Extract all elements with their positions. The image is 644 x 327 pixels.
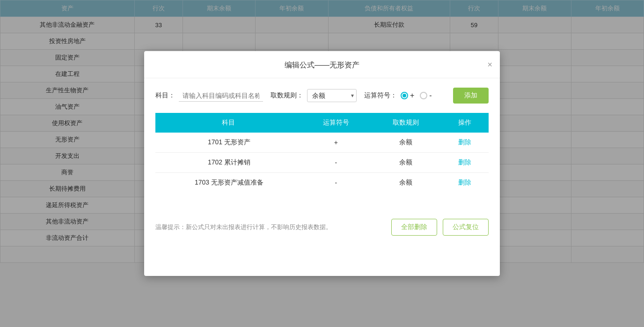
footer-actions: 全部删除 公式复位 <box>391 219 489 236</box>
cell-operator: + <box>301 133 371 153</box>
cell-action: 删除 <box>441 173 489 193</box>
cell-subject: 1703 无形资产减值准备 <box>155 173 301 193</box>
footer-tip: 温馨提示：新公式只对未出报表进行计算，不影响历史报表数据。 <box>155 223 332 231</box>
radio-plus-circle <box>401 92 408 99</box>
cell-rule: 余额 <box>371 133 441 153</box>
radio-minus-label: - <box>429 91 432 100</box>
modal-close-button[interactable]: × <box>487 60 492 69</box>
table-header-subject: 科目 <box>155 113 301 133</box>
radio-minus-circle <box>420 92 427 99</box>
table-header-action: 操作 <box>441 113 489 133</box>
cell-operator: - <box>301 153 371 173</box>
add-button[interactable]: 添加 <box>453 88 489 104</box>
operator-group: 运算符号： + - <box>364 91 432 100</box>
table-row: 1702 累计摊销-余额删除 <box>155 153 489 173</box>
modal-footer: 温馨提示：新公式只对未出报表进行计算，不影响历史报表数据。 全部删除 公式复位 <box>144 211 500 245</box>
radio-minus[interactable]: - <box>420 91 432 100</box>
cell-subject: 1701 无形资产 <box>155 133 301 153</box>
modal-body: 科目： 取数规则： 余额 借方 贷方 借方发生额 贷方发生额 <box>144 78 500 211</box>
modal-header: 编辑公式——无形资产 × <box>144 51 500 78</box>
delete-link[interactable]: 删除 <box>458 158 471 166</box>
form-row: 科目： 取数规则： 余额 借方 贷方 借方发生额 贷方发生额 <box>155 88 489 104</box>
table-row: 1703 无形资产减值准备-余额删除 <box>155 173 489 193</box>
table-header-operator: 运算符号 <box>301 113 371 133</box>
radio-plus-label: + <box>410 91 414 100</box>
table-header-rule: 取数规则 <box>371 113 441 133</box>
table-row: 1701 无形资产+余额删除 <box>155 133 489 153</box>
cell-rule: 余额 <box>371 173 441 193</box>
delete-link[interactable]: 删除 <box>458 178 471 186</box>
cell-rule: 余额 <box>371 153 441 173</box>
modal-overlay: 编辑公式——无形资产 × 科目： 取数规则： 余额 借方 <box>0 0 644 327</box>
rule-group: 取数规则： 余额 借方 贷方 借方发生额 贷方发生额 <box>271 89 357 102</box>
cell-operator: - <box>301 173 371 193</box>
subject-input[interactable] <box>179 90 263 102</box>
reset-button[interactable]: 公式复位 <box>443 219 489 236</box>
modal-dialog: 编辑公式——无形资产 × 科目： 取数规则： 余额 借方 <box>144 51 500 276</box>
rule-label: 取数规则： <box>271 91 303 100</box>
cell-subject: 1702 累计摊销 <box>155 153 301 173</box>
rule-select[interactable]: 余额 借方 贷方 借方发生额 贷方发生额 <box>307 89 357 102</box>
radio-plus[interactable]: + <box>401 91 414 100</box>
operator-label: 运算符号： <box>364 91 397 100</box>
radio-group: + - <box>401 91 432 100</box>
delete-link[interactable]: 删除 <box>458 138 471 146</box>
formula-table: 科目 运算符号 取数规则 操作 1701 无形资产+余额删除1702 累计摊销-… <box>155 113 489 193</box>
cell-action: 删除 <box>441 133 489 153</box>
subject-label: 科目： <box>155 91 175 100</box>
subject-group: 科目： <box>155 90 263 102</box>
modal-title: 编辑公式——无形资产 <box>285 61 359 69</box>
cell-action: 删除 <box>441 153 489 173</box>
rule-select-wrap: 余额 借方 贷方 借方发生额 贷方发生额 <box>307 89 357 102</box>
delete-all-button[interactable]: 全部删除 <box>391 219 437 236</box>
